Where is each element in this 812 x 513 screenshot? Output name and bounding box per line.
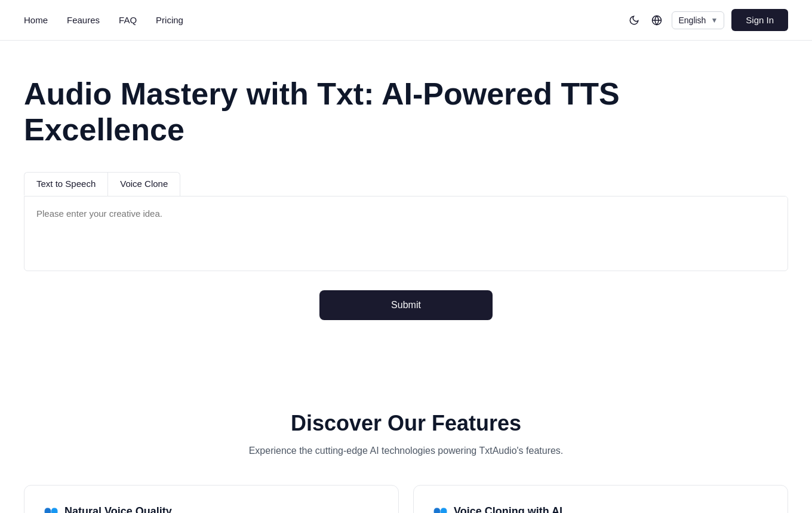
tab-text-to-speech[interactable]: Text to Speech [24,172,107,196]
feature-card-title-1: 👥 Voice Cloning with AI [433,505,768,513]
nav-right: English ▼ Sign In [626,9,788,31]
sign-in-button[interactable]: Sign In [731,9,788,31]
language-icon[interactable] [649,13,665,28]
chevron-down-icon: ▼ [710,16,718,24]
language-label: English [678,16,706,25]
language-selector[interactable]: English ▼ [672,11,724,29]
nav-features[interactable]: Feaures [67,15,100,25]
feature-card-natural-voice: 👥 Natural Voice Quality Experience lifel… [24,485,399,513]
navbar: Home Feaures FAQ Pricing English ▼ Sign … [0,0,812,41]
submit-button[interactable]: Submit [319,290,493,320]
voice-cloning-icon: 👥 [433,505,448,513]
features-title: Discover Our Features [24,411,788,436]
natural-voice-title: Natural Voice Quality [64,505,172,513]
nav-faq[interactable]: FAQ [119,15,137,25]
feature-card-voice-cloning: 👥 Voice Cloning with AI Create a digital… [413,485,788,513]
hero-title: Audio Mastery with Txt: AI-Powered TTS E… [24,76,740,148]
voice-cloning-title: Voice Cloning with AI [454,505,562,513]
creative-idea-input[interactable] [24,196,788,268]
features-subtitle: Experience the cutting-edge AI technolog… [24,446,788,456]
tab-voice-clone[interactable]: Voice Clone [107,172,180,196]
textarea-container [24,196,788,271]
nav-links: Home Feaures FAQ Pricing [24,15,183,25]
nav-pricing[interactable]: Pricing [156,15,183,25]
main-content: Audio Mastery with Txt: AI-Powered TTS E… [0,41,812,375]
tabs: Text to Speech Voice Clone [24,172,788,196]
natural-voice-icon: 👥 [44,505,59,513]
dark-mode-toggle[interactable] [626,13,642,28]
nav-home[interactable]: Home [24,15,48,25]
submit-section: Submit [24,290,788,320]
feature-card-title-0: 👥 Natural Voice Quality [44,505,379,513]
features-grid: 👥 Natural Voice Quality Experience lifel… [24,485,788,513]
features-section: Discover Our Features Experience the cut… [0,375,812,513]
